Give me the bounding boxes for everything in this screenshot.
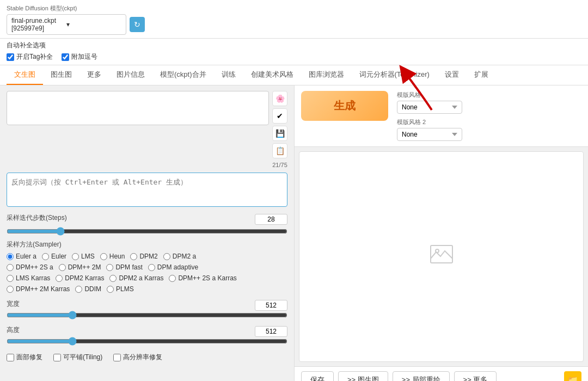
- width-label: 宽度: [7, 299, 20, 309]
- bottom-buttons: 保存 >> 图生图 >> 局部重绘 >> 更多 📁: [295, 366, 588, 381]
- right-panel: 生成 模版风格 None Style1 模版风格 2 No: [294, 85, 588, 381]
- sampler-heun[interactable]: Heun: [100, 253, 125, 260]
- token-count: 21/75: [272, 162, 287, 168]
- sampler-dpmpp2sa[interactable]: DPM++ 2S a: [7, 263, 53, 271]
- steps-input[interactable]: [255, 214, 287, 225]
- tab-gallery[interactable]: 图库浏览器: [301, 65, 352, 85]
- auto-complete-title: 自动补全选项: [7, 41, 581, 50]
- clipboard-button[interactable]: 📋: [272, 143, 287, 158]
- tab-create-style[interactable]: 创建美术风格: [243, 65, 301, 85]
- sampler-euler[interactable]: Euler: [42, 253, 66, 260]
- prompt-input[interactable]: [7, 91, 269, 125]
- sampler-dpmpp2m[interactable]: DPM++ 2M: [59, 263, 101, 271]
- sampler-dpmpp2sakarras[interactable]: DPM++ 2S a Karras: [169, 274, 236, 282]
- style1-label: 模版风格: [397, 91, 462, 99]
- tab-train[interactable]: 训练: [214, 65, 243, 85]
- side-icons: 🌸 ✔ 💾 📋 21/75: [272, 91, 287, 168]
- sampler-dpmfast[interactable]: DPM fast: [106, 263, 142, 271]
- sampler-euler-a[interactable]: Euler a: [7, 253, 36, 260]
- height-slider[interactable]: [7, 337, 287, 346]
- model-chevron-icon: ▾: [66, 21, 121, 28]
- height-label: 高度: [7, 325, 20, 335]
- more-btn[interactable]: >> 更多: [454, 371, 497, 381]
- tiling-label: 可平铺(Tiling): [63, 353, 102, 362]
- tab-img2img[interactable]: 图生图: [43, 65, 79, 85]
- model-label: Stable Diffusion 模型(ckpt): [7, 4, 581, 13]
- left-panel: 🌸 ✔ 💾 📋 21/75 采样迭代步数(Steps) 采样方法(Sampler…: [0, 85, 294, 381]
- folder-button[interactable]: 📁: [564, 371, 581, 381]
- sampler-lmskarras[interactable]: LMS Karras: [7, 274, 50, 282]
- save-btn[interactable]: 保存: [301, 371, 334, 381]
- hires-fix-checkbox-label[interactable]: 高分辨率修复: [113, 353, 162, 362]
- img2img-btn[interactable]: >> 图生图: [338, 371, 388, 381]
- tag-complete-label: 开启Tag补全: [16, 52, 53, 62]
- sampler-lms[interactable]: LMS: [72, 253, 95, 260]
- width-slider[interactable]: [7, 311, 287, 319]
- height-input[interactable]: [255, 326, 287, 337]
- inpaint-btn[interactable]: >> 局部重绘: [393, 371, 450, 381]
- style2-select[interactable]: None Style2: [397, 128, 462, 141]
- tab-imginfo[interactable]: 图片信息: [109, 65, 152, 85]
- face-restore-checkbox-label[interactable]: 面部修复: [7, 353, 42, 362]
- tabs-bar: 文生图 图生图 更多 图片信息 模型(ckpt)合并 训练 创建美术风格 图库浏…: [0, 65, 588, 85]
- sampler-dpm2[interactable]: DPM2: [130, 253, 157, 260]
- comma-checkbox[interactable]: [62, 53, 69, 61]
- sampler-dpm2akarras[interactable]: DPM2 a Karras: [109, 274, 163, 282]
- width-input[interactable]: [255, 300, 287, 311]
- face-restore-label: 面部修复: [16, 353, 42, 362]
- image-placeholder-icon: [428, 241, 455, 272]
- save-button[interactable]: 💾: [272, 126, 287, 141]
- steps-label: 采样迭代步数(Steps): [7, 213, 67, 223]
- style1-select[interactable]: None Style1: [397, 101, 462, 114]
- flower-button[interactable]: 🌸: [272, 91, 287, 106]
- check-button[interactable]: ✔: [272, 108, 287, 124]
- hires-fix-checkbox[interactable]: [113, 354, 121, 361]
- steps-slider[interactable]: [7, 227, 287, 236]
- sampler-label: 采样方法(Sampler): [7, 240, 287, 249]
- tiling-checkbox-label[interactable]: 可平铺(Tiling): [53, 353, 102, 362]
- tab-merge[interactable]: 模型(ckpt)合并: [152, 65, 214, 85]
- tab-more[interactable]: 更多: [79, 65, 109, 85]
- right-top: 生成 模版风格 None Style1 模版风格 2 No: [295, 85, 588, 147]
- sampler-dpm2karras[interactable]: DPM2 Karras: [56, 274, 104, 282]
- tiling-checkbox[interactable]: [53, 354, 61, 361]
- negative-prompt-input[interactable]: [7, 173, 287, 207]
- style2-group: 模版风格 2 None Style2: [397, 118, 462, 141]
- image-preview-area: [299, 151, 584, 362]
- sampler-ddim[interactable]: DDIM: [75, 285, 101, 293]
- style1-group: 模版风格 None Style1: [397, 91, 462, 114]
- comma-checkbox-label[interactable]: 附加逗号: [62, 52, 97, 62]
- hires-fix-label: 高分辨率修复: [123, 353, 162, 362]
- refresh-button[interactable]: ↻: [130, 17, 145, 32]
- generate-button[interactable]: 生成: [301, 91, 388, 121]
- model-value: final-prune.ckpt [925997e9]: [11, 17, 66, 32]
- tab-tokenizer[interactable]: 词元分析器(Tokenizer): [352, 65, 437, 85]
- tab-txt2img[interactable]: 文生图: [7, 65, 43, 85]
- sampler-dpm2a[interactable]: DPM2 a: [163, 253, 196, 260]
- sampler-plms[interactable]: PLMS: [107, 285, 134, 293]
- style2-label: 模版风格 2: [397, 118, 462, 126]
- svg-point-2: [436, 249, 439, 253]
- tab-extensions[interactable]: 扩展: [467, 65, 496, 85]
- sampler-dpmadaptive[interactable]: DPM adaptive: [148, 263, 198, 271]
- face-restore-checkbox[interactable]: [7, 354, 14, 361]
- model-select[interactable]: final-prune.ckpt [925997e9] ▾: [7, 14, 126, 35]
- comma-label: 附加逗号: [71, 52, 97, 62]
- sampler-dpmpp2mkarras[interactable]: DPM++ 2M Karras: [7, 285, 70, 293]
- tab-settings[interactable]: 设置: [437, 65, 467, 85]
- tag-complete-checkbox[interactable]: [7, 53, 14, 61]
- tag-complete-checkbox-label[interactable]: 开启Tag补全: [7, 52, 53, 62]
